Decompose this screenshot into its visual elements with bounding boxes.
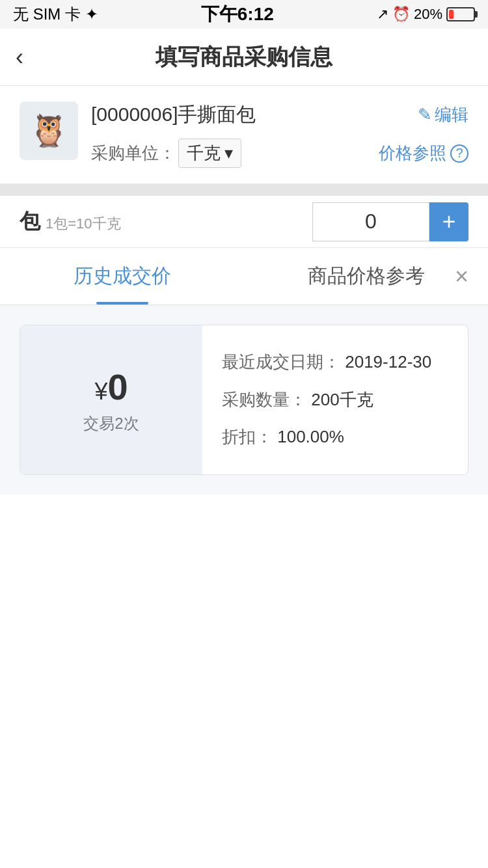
price-section: ¥0 交易2次 最近成交日期： 2019-12-30 采购数量： 200千克 折… bbox=[0, 305, 488, 495]
battery-percent: 20% bbox=[414, 6, 442, 23]
alarm-icon: ⏰ bbox=[392, 6, 410, 23]
price-details: 最近成交日期： 2019-12-30 采购数量： 200千克 折扣： 100.0… bbox=[202, 325, 468, 474]
section-divider bbox=[0, 184, 488, 196]
quantity-plus-button[interactable]: + bbox=[429, 202, 468, 241]
back-button[interactable]: ‹ bbox=[16, 44, 23, 71]
bottom-area bbox=[0, 495, 488, 868]
product-name: [0000006]手撕面包 bbox=[91, 102, 256, 128]
product-card: 🦉 [0000006]手撕面包 ✎ 编辑 采购单位： 千克 ▾ 价格参照 ? bbox=[0, 86, 488, 184]
status-right: ↗ ⏰ 20% bbox=[377, 6, 475, 23]
trade-count: 交易2次 bbox=[83, 413, 139, 434]
product-thumbnail: 🦉 bbox=[20, 102, 78, 160]
price-summary: ¥0 交易2次 bbox=[20, 325, 202, 474]
edit-button[interactable]: ✎ 编辑 bbox=[418, 103, 468, 126]
status-time: 下午6:12 bbox=[201, 2, 274, 27]
unit-label: 采购单位： bbox=[91, 143, 176, 163]
sim-status: 无 SIM 卡 ✦ bbox=[13, 4, 98, 25]
edit-icon: ✎ bbox=[418, 105, 432, 125]
price-value: ¥0 bbox=[94, 366, 128, 408]
status-bar: 无 SIM 卡 ✦ 下午6:12 ↗ ⏰ 20% bbox=[0, 0, 488, 29]
tab-active-indicator bbox=[96, 302, 148, 305]
tab-header: 历史成交价 商品价格参考 × bbox=[0, 248, 488, 305]
quantity-label: 包 1包=10千克 bbox=[20, 208, 121, 236]
page-title: 填写商品采购信息 bbox=[156, 42, 332, 72]
quantity-controls: + bbox=[312, 202, 468, 241]
battery-icon bbox=[446, 7, 475, 21]
quantity-input[interactable] bbox=[312, 202, 429, 241]
tab-product-price-ref[interactable]: 商品价格参考 bbox=[244, 248, 488, 305]
quantity-row: 包 1包=10千克 + bbox=[0, 196, 488, 248]
detail-quantity: 采购数量： 200千克 bbox=[222, 387, 448, 414]
unit-select[interactable]: 千克 ▾ bbox=[178, 139, 241, 168]
tab-history-price[interactable]: 历史成交价 bbox=[0, 248, 244, 305]
tab-panel: 历史成交价 商品价格参考 × ¥0 交易2次 最近成交日期： 2019-12-3… bbox=[0, 248, 488, 495]
tab-close-button[interactable]: × bbox=[455, 263, 468, 290]
location-icon: ↗ bbox=[377, 6, 388, 23]
product-header: [0000006]手撕面包 ✎ 编辑 bbox=[91, 102, 468, 128]
detail-date: 最近成交日期： 2019-12-30 bbox=[222, 349, 448, 376]
price-card: ¥0 交易2次 最近成交日期： 2019-12-30 采购数量： 200千克 折… bbox=[20, 325, 468, 475]
chevron-down-icon: ▾ bbox=[224, 143, 233, 163]
detail-discount: 折扣： 100.00% bbox=[222, 424, 448, 451]
price-reference-button[interactable]: 价格参照 ? bbox=[379, 142, 468, 165]
product-logo-icon: 🦉 bbox=[29, 113, 68, 149]
nav-bar: ‹ 填写商品采购信息 bbox=[0, 29, 488, 86]
status-left: 无 SIM 卡 ✦ bbox=[13, 4, 98, 25]
help-icon: ? bbox=[450, 144, 468, 163]
unit-label-group: 采购单位： 千克 ▾ bbox=[91, 139, 241, 168]
product-unit-row: 采购单位： 千克 ▾ 价格参照 ? bbox=[91, 139, 468, 168]
product-info: [0000006]手撕面包 ✎ 编辑 采购单位： 千克 ▾ 价格参照 ? bbox=[91, 102, 468, 168]
